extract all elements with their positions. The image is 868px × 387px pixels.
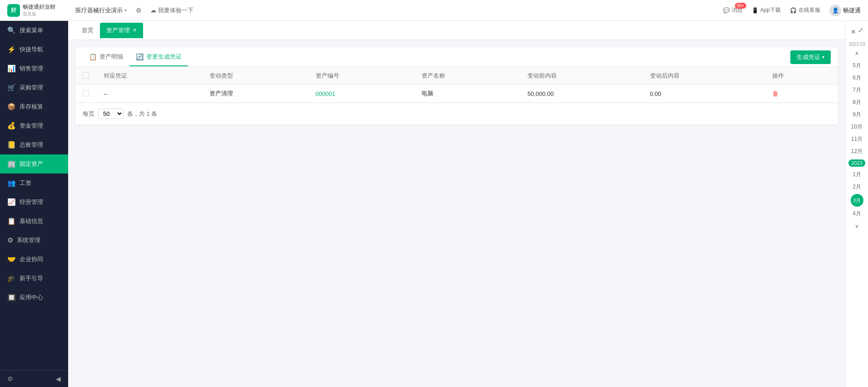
timeline-up-button[interactable]: ▲ [853, 48, 862, 58]
sidebar-item-enterprise[interactable]: 🤝 企业协同 [0, 250, 68, 269]
row-checkbox-cell [75, 85, 96, 103]
logo-icon: 好 [7, 4, 20, 17]
timeline-month-8[interactable]: 8月 [846, 96, 868, 109]
pagination: 每页 50 10 20 100 条，共 1 条 [75, 103, 838, 124]
timeline-month-9[interactable]: 9月 [846, 109, 868, 121]
people-icon: 👥 [7, 179, 16, 187]
inner-tab-actions: 生成凭证 ▾ [790, 50, 831, 64]
book-icon: 📒 [7, 141, 16, 149]
panel-close-button[interactable]: ✕ [851, 28, 856, 35]
row-checkbox[interactable] [83, 90, 89, 96]
timeline-month-7[interactable]: 7月 [846, 84, 868, 96]
top-header: 好 畅捷通好业财 普及版 医疗器械行业演示 ▾ ⚙ ☁ 我要体验一下 💬 消息 … [0, 0, 868, 21]
tab-bar: 首页 资产管理 ✕ [68, 21, 845, 40]
sidebar-item-operations[interactable]: 📈 经营管理 [0, 193, 68, 212]
cloud-icon: ☁ [150, 7, 156, 14]
col-operation: 操作 [765, 67, 838, 85]
building-icon: 🏢 [7, 160, 16, 168]
timeline-month-4[interactable]: 4月 [846, 208, 868, 220]
cell-change-type: 资产清理 [202, 85, 308, 103]
cell-voucher: -- [96, 85, 202, 103]
col-checkbox [75, 67, 96, 85]
company-selector[interactable]: 医疗器械行业演示 ▾ [75, 6, 127, 15]
tab-asset-mgmt[interactable]: 资产管理 ✕ [100, 23, 143, 38]
message-badge: 99+ [735, 3, 746, 9]
sidebar-collapse-button[interactable]: ◀ [56, 375, 61, 382]
header-checkbox[interactable] [83, 72, 89, 79]
tab-close-icon[interactable]: ✕ [133, 27, 137, 33]
message-icon: 💬 [723, 7, 730, 14]
timeline: ▲ 5月 6月 7月 8月 9月 10月 11月 12月 2023 1月 2月 … [846, 48, 868, 383]
sidebar-item-ledger[interactable]: 📒 总账管理 [0, 135, 68, 154]
cart-icon: 🛒 [7, 84, 16, 92]
timeline-month-3[interactable]: 3月 [851, 194, 863, 207]
grid-icon: 🔲 [7, 293, 16, 302]
header-center: 医疗器械行业演示 ▾ ⚙ ☁ 我要体验一下 [75, 4, 723, 17]
main-layout: 🔍 搜索菜单 ⚡ 快捷导航 📊 销售管理 🛒 采购管理 📦 库存核算 💰 [0, 21, 868, 387]
data-table: 对应凭证 变动类型 资产编号 资产名称 [75, 67, 838, 103]
sidebar-item-funds[interactable]: 💰 资金管理 [0, 116, 68, 135]
box-icon: 📦 [7, 103, 16, 111]
generate-voucher-button[interactable]: 生成凭证 ▾ [790, 50, 831, 64]
chart-icon: 📊 [7, 64, 16, 73]
sidebar-item-basic-info[interactable]: 📋 基础信息 [0, 212, 68, 231]
inner-tab-asset-list[interactable]: 📋 资产明细 [83, 48, 129, 66]
sidebar-item-guide[interactable]: 🎓 新手引导 [0, 269, 68, 288]
table-row: -- 资产清理 000001 电脑 [75, 85, 838, 103]
tab-home[interactable]: 首页 [75, 23, 100, 38]
timeline-month-10[interactable]: 10月 [846, 121, 868, 133]
sidebar-item-app-center[interactable]: 🔲 应用中心 [0, 288, 68, 307]
sidebar-item-inventory[interactable]: 📦 库存核算 [0, 97, 68, 116]
gear-icon: ⚙ [7, 236, 13, 244]
col-before-change: 变动前内容 [520, 67, 642, 85]
timeline-month-6[interactable]: 6月 [846, 72, 868, 84]
clipboard-icon: 📋 [7, 217, 16, 225]
timeline-month-11[interactable]: 11月 [846, 133, 868, 145]
delete-button[interactable]: 🗑 [772, 90, 779, 97]
flash-icon: ⚡ [7, 45, 16, 54]
col-voucher: 对应凭证 [96, 67, 202, 85]
sidebar-item-fixed-assets[interactable]: 🏢 固定资产 [0, 154, 68, 174]
sidebar-item-purchase[interactable]: 🛒 采购管理 [0, 78, 68, 97]
sidebar: 🔍 搜索菜单 ⚡ 快捷导航 📊 销售管理 🛒 采购管理 📦 库存核算 💰 [0, 21, 68, 387]
online-service-action[interactable]: 🎧 在线客服 [790, 6, 820, 14]
cell-asset-code: 000001 [308, 85, 414, 103]
timeline-down-button[interactable]: ▼ [853, 222, 862, 232]
per-page-select[interactable]: 50 10 20 100 [98, 109, 124, 119]
cell-asset-name: 电脑 [414, 85, 520, 103]
app-download-action[interactable]: 📱 App下载 [752, 6, 781, 14]
message-action[interactable]: 💬 消息 99+ [723, 6, 743, 14]
avatar: 👤 [829, 5, 841, 16]
search-icon: 🔍 [7, 26, 16, 35]
experience-button[interactable]: ☁ 我要体验一下 [150, 6, 193, 15]
col-after-change: 变动后内容 [643, 67, 765, 85]
timeline-year-badge: 2023 [848, 159, 865, 167]
col-asset-name: 资产名称 [414, 67, 520, 85]
timeline-month-12[interactable]: 12月 [846, 145, 868, 158]
sidebar-settings-button[interactable]: ⚙ [7, 375, 13, 382]
right-panel: ✕ ⤢ 2023.03 ▲ 5月 6月 7月 8月 9月 10月 11月 12月… [845, 21, 868, 387]
sidebar-item-search[interactable]: 🔍 搜索菜单 [0, 21, 68, 40]
trending-icon: 📈 [7, 198, 16, 206]
list-icon: 📋 [89, 53, 97, 60]
logo-text: 畅捷通好业财 普及版 [23, 4, 55, 17]
panel-expand-button[interactable]: ⤢ [858, 26, 863, 34]
timeline-month-1[interactable]: 1月 [846, 169, 868, 181]
table-header-row: 对应凭证 变动类型 资产编号 资产名称 [75, 67, 838, 85]
sidebar-item-payroll[interactable]: 👥 工资 [0, 174, 68, 193]
sidebar-item-quicknav[interactable]: ⚡ 快捷导航 [0, 40, 68, 59]
timeline-month-2[interactable]: 2月 [846, 181, 868, 193]
graduation-icon: 🎓 [7, 274, 16, 283]
page-content: 📋 资产明细 🔄 变更生成凭证 生成凭证 ▾ [68, 40, 845, 387]
cell-operation: 🗑 [765, 85, 838, 103]
main-card: 📋 资产明细 🔄 变更生成凭证 生成凭证 ▾ [75, 47, 838, 124]
inner-tab-change-voucher[interactable]: 🔄 变更生成凭证 [129, 48, 188, 66]
settings-button[interactable]: ⚙ [132, 4, 145, 17]
user-info[interactable]: 👤 畅捷通 [829, 5, 861, 16]
sidebar-item-system[interactable]: ⚙ 系统管理 [0, 231, 68, 250]
timeline-month-5[interactable]: 5月 [846, 60, 868, 72]
change-icon: 🔄 [136, 53, 144, 60]
sidebar-item-sales[interactable]: 📊 销售管理 [0, 59, 68, 78]
inner-tabs: 📋 资产明细 🔄 变更生成凭证 生成凭证 ▾ [75, 47, 838, 67]
col-change-type: 变动类型 [202, 67, 308, 85]
